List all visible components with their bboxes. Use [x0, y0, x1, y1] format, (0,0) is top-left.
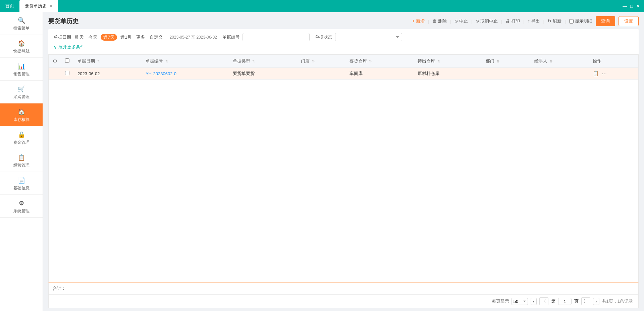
sidebar-item-sales[interactable]: 📊 销售管理 [0, 58, 43, 81]
per-page-select[interactable]: 50 20 100 200 [511, 298, 528, 305]
sidebar-item-finance[interactable]: 🔒 资金管理 [0, 126, 43, 149]
row-doc-type: 要货单要货 [229, 68, 297, 80]
top-bar: 首页 要货单历史 ✕ — □ ✕ [0, 0, 644, 12]
doc-number-label: 单据编号 [222, 34, 240, 40]
date-shortcut-today[interactable]: 今天 [87, 34, 99, 41]
expand-more-btn[interactable]: ∨ 展开更多条件 [54, 44, 633, 50]
sort-pending-warehouse-icon: ⇅ [437, 59, 440, 63]
row-pending-warehouse: 原材料仓库 [414, 68, 482, 80]
tab-home[interactable]: 首页 [0, 0, 19, 12]
main-layout: 🔍 搜索菜单 🏠 快捷导航 📊 销售管理 🛒 采购管理 🏠 库存核算 🔒 资金管… [0, 12, 644, 311]
display-toggle-checkbox[interactable] [569, 19, 574, 24]
sort-req-warehouse-icon: ⇅ [369, 59, 372, 63]
doc-number-link[interactable]: YH-20230602-0 [146, 71, 176, 76]
date-shortcut-yesterday[interactable]: 昨天 [74, 34, 85, 41]
col-doc-date[interactable]: 单据日期 ⇅ [73, 55, 142, 68]
col-pending-warehouse[interactable]: 待出仓库 ⇅ [414, 55, 482, 68]
refresh-button[interactable]: ↻ 刷新 [548, 18, 561, 24]
sort-doc-date-icon: ⇅ [97, 59, 100, 63]
doc-number-filter-group: 单据编号 [222, 33, 310, 41]
sidebar-item-system[interactable]: ⚙ 系统管理 [0, 195, 43, 218]
col-doc-type[interactable]: 单据类型 ⇅ [229, 55, 297, 68]
minimize-icon[interactable]: — [623, 4, 627, 9]
delete-button[interactable]: 🗑 删除 [432, 18, 447, 24]
doc-status-select[interactable] [335, 33, 402, 41]
date-shortcut-1month[interactable]: 近1月 [119, 34, 133, 41]
sort-handler-icon: ⇅ [550, 59, 552, 63]
export-button[interactable]: ↑ 导出 [528, 18, 540, 24]
page-label: 第 [551, 298, 555, 304]
setting-button[interactable]: 设置 [619, 16, 639, 26]
table-header-row: ⚙ 单据日期 ⇅ 单据编号 ⇅ 单据类型 ⇅ [49, 55, 638, 68]
tab-close-icon[interactable]: ✕ [49, 4, 53, 8]
cancel-stop-button[interactable]: ⊙ 取消中止 [476, 18, 498, 24]
maximize-icon[interactable]: □ [630, 4, 633, 9]
col-store[interactable]: 门店 ⇅ [297, 55, 345, 68]
prev-page-btn[interactable]: 〈 [539, 297, 548, 305]
sidebar-item-operations[interactable]: 📋 经营管理 [0, 149, 43, 172]
stop-button[interactable]: ⊙ 中止 [454, 18, 468, 24]
row-settings-cell [49, 68, 61, 80]
sort-department-icon: ⇅ [497, 59, 499, 63]
print-button[interactable]: 🖨 打印 [505, 18, 520, 24]
row-store [297, 68, 345, 80]
chevron-down-icon: ∨ [54, 45, 57, 50]
sales-icon: 📊 [18, 62, 25, 70]
total-records: 共1页，1条记录 [602, 298, 633, 304]
row-checkbox[interactable] [65, 71, 69, 75]
date-filter-group: 单据日期 昨天 今天 近7天 近1月 更多 自定义 [54, 34, 164, 41]
date-filter-label: 单据日期 [54, 34, 71, 40]
pagination-bar: 每页显示 50 20 100 200 ‹ 〈 第 页 〉 › 共1页，1条记录 [48, 295, 639, 308]
col-doc-number[interactable]: 单据编号 ⇅ [142, 55, 229, 68]
page-title: 要货单历史 [48, 17, 78, 25]
col-handler[interactable]: 经手人 ⇅ [530, 55, 589, 68]
sidebar-item-quick-nav[interactable]: 🏠 快捷导航 [0, 35, 43, 58]
table-actions: 📋 ⋯ [593, 71, 634, 77]
date-shortcut-custom[interactable]: 自定义 [148, 34, 164, 41]
query-button[interactable]: 查询 [596, 16, 615, 26]
more-action-icon[interactable]: ⋯ [602, 71, 607, 77]
row-operations: 📋 ⋯ [589, 68, 638, 80]
col-req-warehouse[interactable]: 要货仓库 ⇅ [345, 55, 414, 68]
sidebar-item-inventory[interactable]: 🏠 库存核算 [0, 103, 43, 126]
system-icon: ⚙ [19, 199, 24, 207]
page-number-input[interactable] [558, 298, 572, 305]
date-shortcut-7days[interactable]: 近7天 [101, 34, 117, 41]
sort-store-icon: ⇅ [312, 59, 315, 63]
next-page-btn[interactable]: 〉 [581, 297, 590, 305]
quick-nav-icon: 🏠 [18, 40, 25, 47]
table-settings-icon[interactable]: ⚙ [53, 58, 57, 64]
last-page-btn[interactable]: › [593, 298, 599, 305]
doc-number-input[interactable] [243, 33, 310, 41]
finance-icon: 🔒 [18, 131, 25, 138]
col-department[interactable]: 部门 ⇅ [482, 55, 530, 68]
first-page-btn[interactable]: ‹ [531, 298, 537, 305]
footer-total-label: 合计： [53, 286, 66, 291]
tab-requisition-history[interactable]: 要货单历史 ✕ [19, 0, 58, 12]
per-page-label: 每页显示 [492, 298, 509, 304]
date-shortcut-more[interactable]: 更多 [135, 34, 146, 41]
page-header: 要货单历史 + 新增 | 🗑 删除 | ⊙ 中止 | ⊙ 取消中止 | 🖨 打印… [43, 12, 644, 29]
display-toggle[interactable]: 显示明细 [569, 18, 592, 24]
table-footer: 合计： [48, 282, 639, 295]
col-settings[interactable]: ⚙ [49, 55, 61, 68]
sidebar-item-purchase[interactable]: 🛒 采购管理 [0, 81, 43, 103]
sort-doc-type-icon: ⇅ [252, 59, 255, 63]
row-doc-number[interactable]: YH-20230602-0 [142, 68, 229, 80]
new-button[interactable]: + 新增 [412, 18, 425, 24]
inventory-icon: 🏠 [18, 108, 25, 116]
sidebar-item-basic-info[interactable]: 📄 基础信息 [0, 172, 43, 195]
page-info: 每页显示 50 20 100 200 [492, 298, 528, 305]
doc-status-filter-group: 单据状态 [315, 33, 402, 41]
filter-row: 单据日期 昨天 今天 近7天 近1月 更多 自定义 2023-05-27 至 2… [54, 33, 633, 41]
page-suffix: 页 [574, 298, 579, 304]
requisition-table: ⚙ 单据日期 ⇅ 单据编号 ⇅ 单据类型 ⇅ [49, 55, 638, 80]
sidebar-item-search-menu[interactable]: 🔍 搜索菜单 [0, 12, 43, 35]
window-controls: — □ ✕ [623, 4, 644, 9]
tab-bar: 首页 要货单历史 ✕ [0, 0, 623, 12]
row-req-warehouse: 车间库 [345, 68, 414, 80]
view-action-icon[interactable]: 📋 [593, 71, 599, 77]
close-icon[interactable]: ✕ [636, 4, 640, 9]
content-area: 要货单历史 + 新增 | 🗑 删除 | ⊙ 中止 | ⊙ 取消中止 | 🖨 打印… [43, 12, 644, 311]
select-all-checkbox[interactable] [65, 58, 69, 63]
